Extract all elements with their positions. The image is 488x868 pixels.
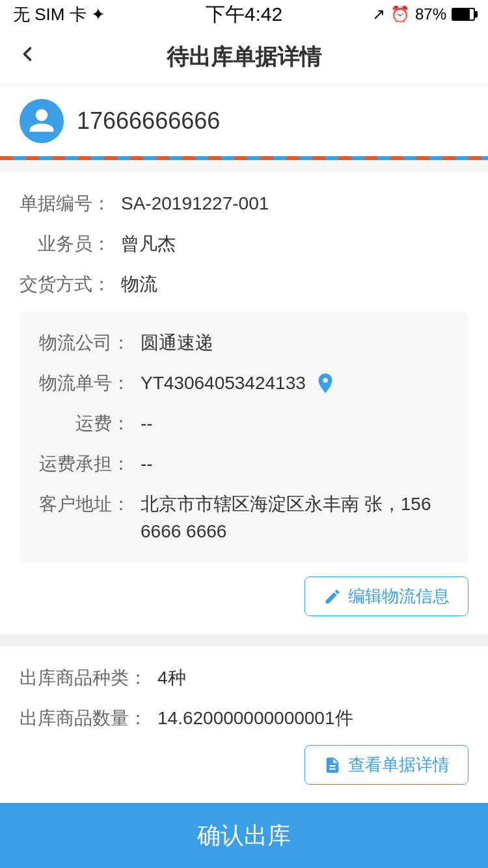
goods-types-value: 4种 [157,664,468,692]
logistics-company-value: 圆通速递 [141,329,449,357]
back-button[interactable] [16,42,39,72]
salesperson-row: 业务员： 曾凡杰 [20,230,468,258]
status-time: 下午4:42 [206,1,282,28]
status-right: ↗ ⏰ 87% [372,5,475,23]
status-left: 无 SIM 卡 ✦ [13,3,105,26]
goods-types-row: 出库商品种类： 4种 [20,664,468,692]
delivery-method-label: 交货方式： [20,271,111,298]
page-title: 待出库单据详情 [167,42,321,72]
salesperson-value: 曾凡杰 [121,230,468,258]
goods-quantity-row: 出库商品数量： 14.620000000000001件 [20,705,468,732]
view-details-btn-container: 查看单据详情 [20,745,468,785]
order-no-row: 单据编号： SA-20191227-001 [20,190,468,217]
freight-label: 运费： [39,410,130,437]
freight-bearer-label: 运费承担： [39,450,130,478]
freight-row: 运费： -- [39,410,449,437]
person-icon [27,107,56,135]
goods-section: 出库商品种类： 4种 出库商品数量： 14.620000000000001件 查… [0,646,488,803]
delivery-method-value: 物流 [121,271,468,298]
customer-phone: 17666666666 [77,107,220,135]
sim-wifi-text: 无 SIM 卡 ✦ [13,3,105,26]
tracking-no-label: 物流单号： [39,370,130,397]
status-bar: 无 SIM 卡 ✦ 下午4:42 ↗ ⏰ 87% [0,0,488,29]
goods-quantity-label: 出库商品数量： [20,705,147,732]
edit-icon [323,588,342,606]
avatar [20,99,64,143]
logistics-company-label: 物流公司： [39,329,130,357]
goods-quantity-value: 14.620000000000001件 [157,705,468,732]
location-icon-status: ↗ [372,5,385,23]
order-no-label: 单据编号： [20,190,111,217]
freight-bearer-value: -- [141,450,449,478]
confirm-button-label: 确认出库 [197,820,291,852]
logistics-company-row: 物流公司： 圆通速递 [39,329,449,357]
battery-text: 87% [415,5,446,23]
logistics-card: 物流公司： 圆通速递 物流单号： YT43064053424133 运费： --… [20,311,468,563]
freight-value: -- [141,410,449,437]
goods-types-label: 出库商品种类： [20,664,147,692]
battery-icon [452,8,475,21]
alarm-icon: ⏰ [390,5,410,23]
confirm-bar[interactable]: 确认出库 [0,803,488,868]
dashed-separator [0,156,488,160]
address-label: 客户地址： [39,491,130,518]
salesperson-label: 业务员： [20,230,111,258]
section-divider [0,634,488,646]
tracking-no-value: YT43064053424133 [141,370,449,397]
delivery-method-row: 交货方式： 物流 [20,271,468,298]
order-info-section: 单据编号： SA-20191227-001 业务员： 曾凡杰 交货方式： 物流 … [0,172,488,634]
edit-logistics-btn-container: 编辑物流信息 [20,576,468,616]
document-icon [323,756,342,774]
nav-bar: 待出库单据详情 [0,29,488,86]
address-row: 客户地址： 北京市市辖区海淀区永丰南 张，156 6666 6666 [39,491,449,545]
order-no-value: SA-20191227-001 [121,190,468,217]
customer-header: 17666666666 [0,86,488,156]
freight-bearer-row: 运费承担： -- [39,450,449,478]
edit-logistics-button[interactable]: 编辑物流信息 [305,576,468,616]
map-pin-icon[interactable] [314,372,337,395]
view-details-button[interactable]: 查看单据详情 [305,745,468,785]
address-value: 北京市市辖区海淀区永丰南 张，156 6666 6666 [141,491,449,545]
tracking-no-row: 物流单号： YT43064053424133 [39,370,449,397]
